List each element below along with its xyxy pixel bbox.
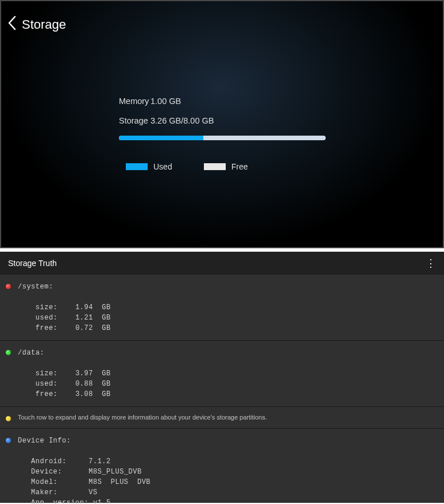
memory-label: Memory xyxy=(119,97,150,106)
header: Storage xyxy=(1,1,443,48)
page-title: Storage xyxy=(22,17,66,32)
storage-label: Storage xyxy=(119,116,150,125)
storage-progress-fill xyxy=(119,136,203,140)
used-swatch xyxy=(126,163,148,170)
system-partition-row[interactable]: /system: size: 1.94 GB used: 1.21 GB fre… xyxy=(0,275,444,341)
red-dot-icon xyxy=(6,284,11,289)
system-partition-text: /system: size: 1.94 GB used: 1.21 GB fre… xyxy=(18,282,111,333)
data-partition-text: /data: size: 3.97 GB used: 0.88 GB free:… xyxy=(18,348,111,399)
data-partition-row[interactable]: /data: size: 3.97 GB used: 0.88 GB free:… xyxy=(0,341,444,407)
memory-row: Memory 1.00 GB xyxy=(119,97,443,106)
green-dot-icon xyxy=(6,350,11,355)
hint-text: Touch row to expand and display more inf… xyxy=(18,414,267,421)
blue-dot-icon xyxy=(6,438,11,443)
device-info-row[interactable]: Device Info: Android: 7.1.2 Device: M8S_… xyxy=(0,429,444,504)
used-label: Used xyxy=(153,162,172,171)
legend-free: Free xyxy=(204,162,248,171)
storage-content: Memory 1.00 GB Storage 3.26 GB/8.00 GB U… xyxy=(1,48,443,171)
legend: Used Free xyxy=(126,162,443,171)
storage-progress-bar xyxy=(119,136,326,140)
storage-truth-panel: Storage Truth ⋮ /system: size: 1.94 GB u… xyxy=(0,252,444,503)
app-bar: Storage Truth ⋮ xyxy=(0,252,444,275)
memory-value: 1.00 GB xyxy=(150,97,181,106)
overflow-menu-icon[interactable]: ⋮ xyxy=(426,258,436,268)
free-swatch xyxy=(204,163,226,170)
storage-settings-panel: Storage Memory 1.00 GB Storage 3.26 GB/8… xyxy=(0,0,444,248)
hint-row[interactable]: Touch row to expand and display more inf… xyxy=(0,407,444,429)
storage-value: 3.26 GB/8.00 GB xyxy=(150,116,214,125)
back-icon[interactable] xyxy=(7,16,17,33)
storage-row: Storage 3.26 GB/8.00 GB xyxy=(119,116,443,125)
legend-used: Used xyxy=(126,162,172,171)
yellow-dot-icon xyxy=(6,416,11,421)
device-info-text: Device Info: Android: 7.1.2 Device: M8S_… xyxy=(18,436,150,504)
free-label: Free xyxy=(231,162,248,171)
app-title: Storage Truth xyxy=(8,259,57,268)
